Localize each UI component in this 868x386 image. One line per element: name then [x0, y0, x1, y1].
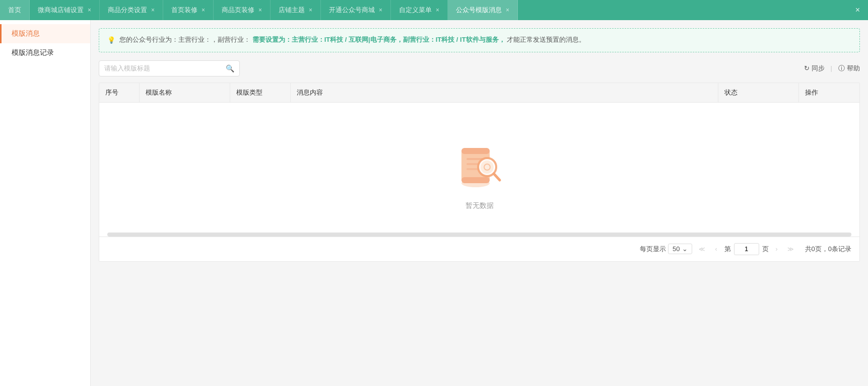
content-area: 💡 您的公众号行业为：主营行业：，副营行业： 需要设置为：主营行业：IT科技 /… — [91, 20, 868, 386]
tab-template-msg[interactable]: 公众号模版消息 × — [448, 0, 518, 20]
sidebar: 模版消息 模版消息记录 — [0, 20, 91, 386]
per-page-value: 50 — [673, 245, 680, 253]
total-label: 共0页，0条记录 — [805, 245, 851, 254]
tab-template-msg-close[interactable]: × — [506, 7, 509, 13]
empty-text: 暂无数据 — [465, 201, 494, 210]
per-page-label: 每页显示 — [640, 245, 666, 254]
page-label-pre: 第 — [724, 245, 731, 254]
tab-open-mall-close[interactable]: × — [379, 7, 382, 13]
tab-product-decor-label: 商品页装修 — [222, 6, 254, 15]
notice-banner: 💡 您的公众号行业为：主营行业：，副营行业： 需要设置为：主营行业：IT科技 /… — [99, 28, 860, 52]
toolbar-divider: | — [831, 64, 832, 72]
table-container: 序号 模版名称 模版类型 消息内容 状态 操作 — [99, 83, 860, 262]
page-nav: ≪ ‹ 第 页 › ≫ — [696, 243, 797, 255]
main-layout: 模版消息 模版消息记录 💡 您的公众号行业为：主营行业：，副营行业： 需要设置为… — [0, 20, 868, 386]
tab-custom-menu-label: 自定义菜单 — [399, 6, 432, 15]
search-input-wrap[interactable]: 🔍 — [99, 60, 240, 76]
tab-store-theme-close[interactable]: × — [309, 7, 312, 13]
notice-text: 您的公众号行业为：主营行业：，副营行业： 需要设置为：主营行业：IT科技 / 互… — [119, 35, 585, 45]
next-page-button[interactable]: › — [771, 243, 783, 255]
tab-store-theme[interactable]: 店铺主题 × — [271, 0, 321, 20]
page-label-suf: 页 — [762, 245, 769, 254]
tab-custom-menu[interactable]: 自定义菜单 × — [391, 0, 448, 20]
tab-wechat-shop-close[interactable]: × — [88, 7, 91, 13]
tab-open-mall[interactable]: 开通公众号商城 × — [321, 0, 391, 20]
tab-bar: 首页 微商城店铺设置 × 商品分类设置 × 首页装修 × 商品页装修 × 店铺主… — [0, 0, 868, 20]
col-content: 消息内容 — [291, 83, 718, 102]
col-type: 模版类型 — [230, 83, 291, 102]
sidebar-item-template-msg-label: 模版消息 — [12, 29, 40, 37]
per-page-select: 每页显示 50 ⌄ — [640, 244, 692, 254]
scroll-bar[interactable] — [107, 233, 851, 237]
empty-state: 暂无数据 — [99, 103, 859, 230]
tab-open-mall-label: 开通公众号商城 — [329, 6, 375, 15]
help-circle-icon: ⓘ — [838, 64, 845, 73]
tab-home-label: 首页 — [8, 6, 21, 15]
svg-rect-3 — [461, 177, 490, 183]
sidebar-item-template-record-label: 模版消息记录 — [12, 48, 54, 56]
pagination-bar: 每页显示 50 ⌄ ≪ ‹ 第 页 › ≫ — [99, 237, 859, 261]
per-page-dropdown[interactable]: 50 ⌄ — [668, 244, 692, 254]
notice-icon: 💡 — [107, 35, 115, 46]
sync-icon: ↻ — [804, 64, 810, 72]
sidebar-item-template-msg[interactable]: 模版消息 — [0, 24, 90, 43]
tab-home-decor-label: 首页装修 — [171, 6, 197, 15]
help-button[interactable]: ⓘ 帮助 — [838, 64, 860, 73]
tab-wechat-shop[interactable]: 微商城店铺设置 × — [30, 0, 100, 20]
prev-page-button[interactable]: ‹ — [710, 243, 722, 255]
empty-illustration — [449, 133, 510, 193]
search-input[interactable] — [104, 64, 226, 72]
notice-highlight: 需要设置为：主营行业：IT科技 / 互联网|电子商务，副营行业：IT科技 / I… — [252, 36, 505, 43]
page-input-wrap: 第 页 — [724, 243, 769, 255]
tab-custom-menu-close[interactable]: × — [436, 7, 439, 13]
page-number-input[interactable] — [734, 243, 759, 255]
tab-product-decor-close[interactable]: × — [258, 7, 262, 13]
col-name: 模版名称 — [140, 83, 230, 102]
notice-prefix: 您的公众号行业为：主营行业：，副营行业： — [119, 36, 250, 43]
tab-store-theme-label: 店铺主题 — [279, 6, 305, 15]
col-index: 序号 — [99, 83, 140, 102]
tab-category[interactable]: 商品分类设置 × — [100, 0, 163, 20]
sync-label: 同步 — [812, 64, 825, 73]
svg-rect-2 — [461, 148, 490, 154]
first-page-button[interactable]: ≪ — [696, 243, 708, 255]
notice-suffix: 才能正常发送预置的消息。 — [507, 36, 585, 43]
help-label: 帮助 — [847, 64, 860, 73]
search-icon[interactable]: 🔍 — [226, 64, 234, 72]
col-status: 状态 — [718, 83, 799, 102]
tab-home[interactable]: 首页 — [0, 0, 30, 20]
sidebar-item-template-record[interactable]: 模版消息记录 — [0, 43, 90, 62]
scroll-bar-row — [99, 230, 859, 237]
svg-line-9 — [494, 174, 500, 180]
last-page-button[interactable]: ≫ — [785, 243, 797, 255]
tab-category-close[interactable]: × — [151, 7, 155, 13]
window-close-button[interactable]: × — [847, 6, 868, 15]
search-bar: 🔍 ↻ 同步 | ⓘ 帮助 — [99, 60, 860, 76]
tab-wechat-shop-label: 微商城店铺设置 — [38, 6, 84, 15]
svg-point-8 — [481, 161, 494, 174]
tab-template-msg-label: 公众号模版消息 — [456, 6, 502, 15]
col-action: 操作 — [799, 83, 859, 102]
tab-category-label: 商品分类设置 — [108, 6, 147, 15]
table-header: 序号 模版名称 模版类型 消息内容 状态 操作 — [99, 83, 859, 103]
tab-home-decor[interactable]: 首页装修 × — [163, 0, 214, 20]
tab-home-decor-close[interactable]: × — [202, 7, 205, 13]
tab-product-decor[interactable]: 商品页装修 × — [214, 0, 271, 20]
chevron-down-icon: ⌄ — [682, 245, 688, 253]
sync-button[interactable]: ↻ 同步 — [804, 64, 825, 73]
toolbar-right: ↻ 同步 | ⓘ 帮助 — [804, 64, 860, 73]
